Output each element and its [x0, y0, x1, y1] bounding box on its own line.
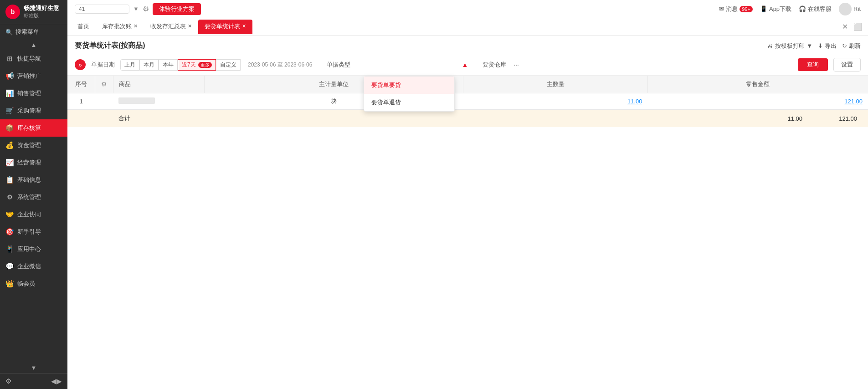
close-all-button[interactable]: ✕	[840, 22, 850, 31]
expand-icon: »	[78, 61, 82, 68]
messages-item[interactable]: ✉ 消息 99+	[719, 5, 753, 13]
online-service-item[interactable]: 🎧 在线客服	[799, 5, 832, 13]
warehouse-filter-label: 要货仓库	[483, 61, 506, 69]
sidebar-item-finance[interactable]: 💰 资金管理	[0, 137, 67, 154]
dropdown-item-order-return[interactable]: 要货单退货	[364, 94, 454, 111]
tab-close-icon[interactable]: ✕	[242, 23, 246, 29]
dropdown-arrow-icon[interactable]: ▼	[133, 5, 139, 12]
refresh-button[interactable]: ↻ 刷新	[842, 42, 861, 50]
logo-icon: b	[5, 5, 20, 19]
system-icon: ⚙	[5, 193, 14, 201]
refresh-icon: ↻	[842, 42, 847, 49]
message-icon: ✉	[719, 5, 724, 12]
sidebar-item-newbie[interactable]: 🎯 新手引导	[0, 223, 67, 241]
col-header-settings[interactable]: ⚙	[95, 76, 113, 93]
dropdown-item-order-goods[interactable]: 要货单要货	[364, 77, 454, 94]
print-button[interactable]: 🖨 按模板打印 ▼	[767, 42, 812, 50]
search-icon: 🔍	[5, 29, 13, 36]
settings-button[interactable]: 设置	[833, 58, 861, 72]
collapse-icon[interactable]: ◀▶	[51, 377, 62, 385]
finance-icon: 💰	[5, 141, 14, 149]
sidebar-item-label: 企业协同	[17, 210, 41, 219]
tab-close-icon[interactable]: ✕	[188, 23, 192, 29]
footer-qty: 11.00	[762, 115, 808, 122]
tab-inventory-batch-label: 库存批次账	[102, 22, 132, 31]
app-download-item[interactable]: 📱 App下载	[760, 5, 791, 13]
purchase-icon: 🛒	[5, 107, 14, 115]
cell-seq: 1	[67, 93, 95, 109]
tab-inventory-batch[interactable]: 库存批次账 ✕	[96, 20, 144, 34]
last-7-days-button[interactable]: 近7天 更多	[178, 59, 216, 71]
sidebar-item-label: 快捷导航	[17, 55, 41, 63]
sidebar-item-enterprise[interactable]: 🤝 企业协同	[0, 206, 67, 223]
prev-month-button[interactable]: 上月	[120, 59, 139, 71]
sidebar-item-wecom[interactable]: 💬 企业微信	[0, 258, 67, 275]
sidebar-item-members[interactable]: 👑 畅会员	[0, 275, 67, 292]
query-button[interactable]: 查询	[798, 58, 828, 71]
refresh-label: 刷新	[849, 42, 861, 50]
tab-count-input[interactable]	[75, 5, 129, 14]
sidebar-item-system[interactable]: ⚙ 系统管理	[0, 189, 67, 206]
tab-receivable-summary[interactable]: 收发存汇总表 ✕	[144, 20, 198, 34]
footer-total-label: 合计	[118, 115, 130, 122]
sidebar-item-inventory[interactable]: 📦 库存核算	[0, 119, 67, 137]
table-footer: 合计 11.00 121.00	[67, 109, 868, 127]
sidebar-scroll-down[interactable]: ▼	[0, 363, 67, 373]
col-header-qty: 主数量	[463, 76, 648, 93]
app-download-label: App下载	[769, 5, 791, 13]
messages-label: 消息	[726, 5, 738, 13]
service-icon: 🎧	[799, 5, 806, 12]
date-buttons: 上月 本月 本年 近7天 更多 自定义	[120, 59, 241, 71]
export-button[interactable]: ⬇ 导出	[818, 42, 837, 50]
col-settings-icon[interactable]: ⚙	[101, 81, 107, 88]
col-header-product: 商品	[113, 76, 204, 93]
filter-expand-button[interactable]: »	[75, 59, 86, 70]
cell-settings	[95, 93, 113, 109]
tab-close-icon[interactable]: ✕	[134, 23, 138, 29]
sidebar-item-label: 经营管理	[17, 159, 41, 167]
avatar	[839, 3, 852, 15]
sidebar-item-label: 基础信息	[17, 176, 41, 184]
user-name: Rit	[853, 5, 861, 12]
tab-order-stats[interactable]: 要货单统计表 ✕	[198, 20, 252, 34]
promo-button[interactable]: 体验行业方案	[153, 3, 201, 15]
tab-home[interactable]: 首页	[71, 20, 96, 34]
settings-icon[interactable]: ⚙	[143, 5, 149, 13]
type-filter-input[interactable]	[356, 60, 456, 69]
page-title: 要货单统计表(按商品)	[75, 41, 145, 51]
user-profile[interactable]: Rit	[839, 3, 861, 15]
this-month-button[interactable]: 本月	[139, 59, 159, 71]
content-inner: 要货单统计表(按商品) 🖨 按模板打印 ▼ ⬇ 导出 ↻ 刷新	[67, 36, 868, 389]
print-arrow-icon: ▼	[806, 42, 812, 49]
tab-receivable-summary-label: 收发存汇总表	[150, 22, 186, 31]
type-caret-icon[interactable]: ▲	[462, 61, 468, 68]
export-label: 导出	[825, 42, 837, 50]
warehouse-dots-icon[interactable]: ···	[514, 61, 519, 68]
this-year-button[interactable]: 本年	[159, 59, 178, 71]
sidebar-item-sales[interactable]: 📊 销售管理	[0, 85, 67, 102]
tabs-bar: 首页 库存批次账 ✕ 收发存汇总表 ✕ 要货单统计表 ✕ ✕ ⬜	[67, 18, 868, 36]
sidebar-item-purchase[interactable]: 🛒 采购管理	[0, 102, 67, 119]
cell-amount[interactable]: 121.00	[647, 93, 868, 109]
cell-qty[interactable]: 11.00	[463, 93, 648, 109]
tab-order-stats-label: 要货单统计表	[205, 22, 240, 31]
filter-row: » 单据日期 上月 本月 本年 近7天 更多 自定义 2023-05-06 至 …	[67, 54, 868, 76]
tab-home-label: 首页	[77, 22, 89, 31]
sidebar-item-base-info[interactable]: 📋 基础信息	[0, 171, 67, 189]
sidebar-item-marketing[interactable]: 📢 营销推广	[0, 67, 67, 85]
sidebar-bottom: ⚙ ◀▶	[0, 373, 67, 389]
sidebar-scroll-up[interactable]: ▲	[0, 40, 67, 50]
custom-date-button[interactable]: 自定义	[216, 59, 241, 71]
sales-icon: 📊	[5, 89, 14, 97]
settings-icon[interactable]: ⚙	[5, 377, 11, 385]
sidebar-item-operations[interactable]: 📈 经营管理	[0, 154, 67, 171]
footer-label: 合计	[118, 114, 210, 123]
search-menu[interactable]: 🔍 搜索菜单	[0, 24, 67, 40]
restore-button[interactable]: ⬜	[852, 22, 864, 31]
quick-nav-icon: ⊞	[5, 55, 14, 63]
sidebar-item-app-center[interactable]: 📱 应用中心	[0, 241, 67, 258]
sidebar-nav: ⊞ 快捷导航 📢 营销推广 📊 销售管理 🛒 采购管理 📦 库存核算 💰 资金管…	[0, 50, 67, 363]
print-icon: 🖨	[767, 42, 773, 49]
sidebar-item-label: 库存核算	[17, 124, 41, 132]
sidebar-item-quick-nav[interactable]: ⊞ 快捷导航	[0, 50, 67, 67]
